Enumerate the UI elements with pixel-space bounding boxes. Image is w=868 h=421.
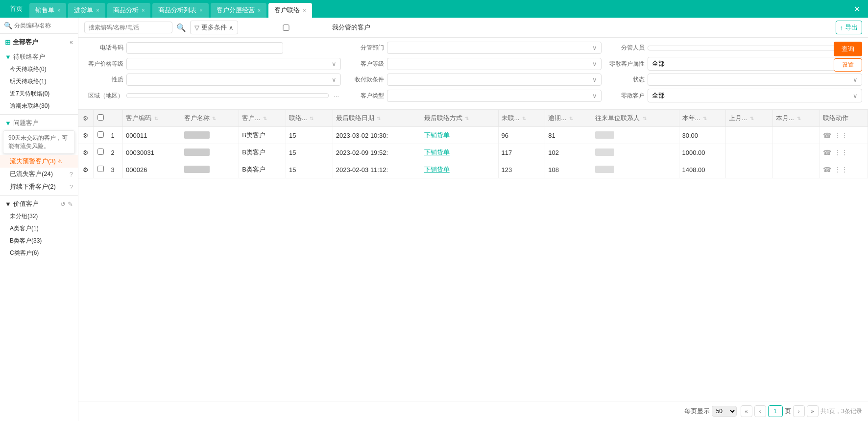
row-checkbox-2[interactable]	[93, 161, 108, 178]
row-last-contact-type-1[interactable]: 下销货单	[421, 144, 498, 161]
row-chat-icon-1[interactable]: ☎	[823, 149, 831, 156]
th-last-month[interactable]: 上月... ⇅	[726, 110, 773, 127]
sidebar-item-today[interactable]: 今天待联络(0)	[0, 63, 78, 75]
sidebar-item-declining[interactable]: 持续下滑客户(2) ?	[0, 180, 78, 193]
more-conditions-button[interactable]: ▽ 更多条件 ∧	[190, 21, 238, 34]
gender-select[interactable]: ∨	[126, 74, 341, 86]
close-analysis-list-tab[interactable]: ×	[199, 7, 202, 13]
my-customers-check-input[interactable]	[242, 25, 330, 31]
search-input[interactable]	[84, 22, 172, 33]
row-more-icon-1[interactable]: ⋮⋮	[834, 149, 848, 156]
row-last-contact-date-1: 2023-02-09 19:52:	[333, 144, 421, 161]
payment-select[interactable]: ∨	[387, 74, 602, 86]
sidebar-item-tomorrow[interactable]: 明天待联络(1)	[0, 75, 78, 88]
payment-field: 收付款条件 ∨	[345, 74, 602, 86]
th-uncontacted[interactable]: 未联... ⇅	[498, 110, 545, 127]
region-more-button[interactable]: ···	[332, 92, 341, 99]
sidebar-item-class-c[interactable]: C类客户(6)	[0, 247, 78, 259]
department-label: 分管部门	[345, 44, 384, 52]
th-code[interactable]: 客户编码 ⇅	[123, 110, 181, 127]
close-customer-tier-tab[interactable]: ×	[258, 7, 261, 13]
sidebar-group-pending[interactable]: ▼ 待联络客户	[0, 50, 78, 63]
select-all-checkbox[interactable]	[97, 114, 104, 121]
sidebar-item-ungrouped[interactable]: 未分组(32)	[0, 210, 78, 223]
all-customers-item[interactable]: ⊞ 全部客户 «	[0, 34, 78, 50]
th-unit-contact[interactable]: 往来单位联系人 ⇅	[592, 110, 679, 127]
sidebar-item-overdue[interactable]: 逾期未联络(30)	[0, 100, 78, 112]
close-purchase-tab[interactable]: ×	[96, 7, 99, 13]
row-checkbox-1[interactable]	[93, 144, 108, 161]
tab-analysis-list[interactable]: 商品分析列表 ×	[152, 3, 208, 18]
sidebar-item-churned[interactable]: 已流失客户(24) ?	[0, 168, 78, 180]
export-button[interactable]: ↑ 导出	[836, 21, 863, 34]
search-button[interactable]: 🔍	[176, 23, 186, 32]
refresh-icon: ↺	[60, 200, 66, 208]
sidebar-item-churn-warning[interactable]: 流失预警客户(3) ⚠	[0, 155, 78, 168]
row-gear-0[interactable]: ⚙	[78, 127, 93, 144]
row-gear-2[interactable]: ⚙	[78, 161, 93, 178]
main-layout: 🔍 ⊞ 全部客户 « ▼ 待联络客户 今天待联络(0) 明天待联络(1) 近7天…	[0, 18, 868, 421]
th-overdue[interactable]: 逾期... ⇅	[545, 110, 592, 127]
manager-select[interactable]	[648, 46, 850, 50]
th-name[interactable]: 客户名称 ⇅	[181, 110, 239, 127]
sidebar-collapse-button[interactable]: «	[70, 39, 73, 46]
customer-tier-chevron-icon: ∨	[592, 60, 597, 68]
row-gear-1[interactable]: ⚙	[78, 144, 93, 161]
status-chevron-icon: ∨	[853, 76, 858, 83]
tab-customer-tier[interactable]: 客户分层经营 ×	[211, 3, 266, 18]
sidebar-search-bar[interactable]: 🔍	[0, 18, 78, 34]
row-this-month-1	[773, 144, 820, 161]
customer-tier-select[interactable]: ∨	[387, 58, 602, 70]
sidebar-group-problem[interactable]: ▼ 问题客户	[0, 117, 78, 129]
filter-panel: 电话号码 分管部门 ∨ 分管人员 ···	[78, 38, 868, 110]
first-page-button[interactable]: «	[741, 405, 752, 417]
row-last-contact-type-0[interactable]: 下销货单	[421, 127, 498, 144]
prev-page-button[interactable]: ‹	[754, 405, 766, 417]
tab-customer-connect[interactable]: 客户联络 ×	[268, 3, 312, 18]
sidebar-item-class-a[interactable]: A类客户(1)	[0, 223, 78, 235]
tab-purchase[interactable]: 进货单 ×	[68, 3, 105, 18]
th-gear[interactable]: ⚙	[78, 110, 93, 127]
sidebar-item-week[interactable]: 近7天待联络(0)	[0, 88, 78, 100]
th-this-month[interactable]: 本月... ⇅	[773, 110, 820, 127]
sidebar-group-value[interactable]: ▼ 价值客户 ↺ ✎	[0, 198, 78, 210]
row-last-contact-type-2[interactable]: 下销货单	[421, 161, 498, 178]
sidebar-item-class-b[interactable]: B类客户(33)	[0, 235, 78, 247]
department-select[interactable]: ∨	[387, 42, 602, 54]
close-customer-connect-tab[interactable]: ×	[303, 7, 306, 13]
th-last-contact-type[interactable]: 最后联络方式 ⇅	[421, 110, 498, 127]
query-button[interactable]: 查询	[834, 42, 862, 56]
settings-button[interactable]: 设置	[834, 58, 862, 72]
phone-input[interactable]	[126, 42, 283, 54]
sidebar-search-input[interactable]	[14, 22, 78, 29]
tab-sales[interactable]: 销售单 ×	[29, 3, 66, 18]
retail-customer-select[interactable]: 全部 ∨	[648, 89, 862, 102]
last-page-button[interactable]: »	[807, 405, 819, 417]
region-select[interactable]	[126, 93, 329, 98]
row-more-icon-0[interactable]: ⋮⋮	[834, 131, 848, 139]
my-customers-checkbox[interactable]: 我分管的客户	[242, 23, 370, 32]
status-select[interactable]: ∨	[648, 74, 862, 86]
close-analysis-tab[interactable]: ×	[142, 7, 145, 13]
per-page-select[interactable]: 50 100 200	[712, 406, 737, 417]
sort-ovd-icon: ⇅	[569, 116, 573, 121]
row-more-icon-2[interactable]: ⋮⋮	[834, 166, 848, 173]
phone-label: 电话号码	[84, 44, 123, 52]
row-chat-icon-0[interactable]: ☎	[823, 131, 831, 139]
tab-analysis[interactable]: 商品分析 ×	[107, 3, 150, 18]
price-tier-select[interactable]: ∨	[126, 58, 341, 70]
window-close-button[interactable]: ✕	[850, 4, 864, 14]
home-button[interactable]: 首页	[4, 0, 28, 18]
customer-type-select[interactable]: ∨	[387, 90, 602, 102]
next-page-button[interactable]: ›	[793, 405, 805, 417]
th-type[interactable]: 客户... ⇅	[239, 110, 286, 127]
retail-attr-select[interactable]: 全部 ∨	[648, 57, 862, 71]
close-sales-tab[interactable]: ×	[57, 7, 60, 13]
th-last-contact-date[interactable]: 最后联络日期 ⇅	[333, 110, 421, 127]
th-contact[interactable]: 联络... ⇅	[286, 110, 333, 127]
row-checkbox-0[interactable]	[93, 127, 108, 144]
row-chat-icon-2[interactable]: ☎	[823, 166, 831, 173]
sidebar-divider-2	[0, 195, 78, 196]
th-this-year[interactable]: 本年... ⇅	[679, 110, 726, 127]
row-code-2: 000026	[123, 161, 181, 178]
